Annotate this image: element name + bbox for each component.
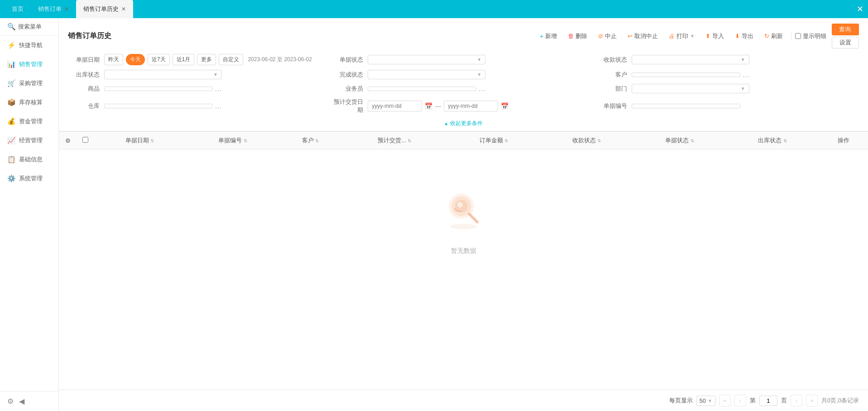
export-label: 导出: [742, 32, 753, 40]
th-order-status-sort: ⇅: [691, 138, 694, 143]
payment-status-label: 收款状态: [595, 56, 632, 64]
salesperson-input-area: …: [368, 85, 595, 93]
th-check[interactable]: [77, 132, 93, 150]
th-order-status[interactable]: 单据状态 ⇅: [633, 132, 726, 150]
tab-sales-order-history-close[interactable]: ✕: [121, 6, 126, 12]
cancel-stop-button[interactable]: ↩ 取消中止: [623, 30, 662, 43]
delivery-date-start-calendar[interactable]: 📅: [425, 102, 432, 110]
svg-line-4: [469, 214, 477, 222]
settings-button[interactable]: 设置: [832, 37, 859, 48]
delete-button[interactable]: 🗑 删除: [563, 30, 592, 43]
page-size-label: 每页显示: [669, 396, 693, 405]
first-page-button[interactable]: «: [719, 395, 731, 406]
sidebar-item-search-menu[interactable]: 🔍 搜索菜单: [0, 18, 58, 36]
stop-icon: ⊘: [598, 33, 603, 39]
refresh-button[interactable]: ↻ 刷新: [760, 30, 787, 43]
tab-sales-order-close[interactable]: ✕: [64, 6, 69, 12]
last-page-icon: »: [810, 397, 814, 404]
date-btn-today[interactable]: 今天: [126, 54, 145, 65]
completion-status-select[interactable]: ▼: [368, 70, 485, 79]
inventory-icon: 📦: [7, 98, 15, 106]
product-input[interactable]: [104, 87, 213, 91]
th-customer-label: 客户: [302, 137, 314, 144]
th-payment-status[interactable]: 收款状态 ⇅: [540, 132, 633, 150]
sidebar-item-capital-mgmt[interactable]: 💰 资金管理: [0, 112, 58, 131]
sidebar-item-business-mgmt[interactable]: 📈 经营管理: [0, 131, 58, 150]
department-select[interactable]: ▼: [632, 84, 749, 93]
order-number-input[interactable]: [632, 104, 740, 108]
filter-row-1: 单据日期 昨天 今天 近7天 近1月 更多 自定义 2023-06-02 至 2…: [68, 54, 859, 65]
customer-input[interactable]: [632, 73, 740, 77]
print-button[interactable]: 🖨 打印 ▼: [664, 30, 699, 43]
warehouse-dots[interactable]: …: [215, 102, 222, 110]
date-btn-more[interactable]: 更多: [197, 54, 216, 65]
product-dots[interactable]: …: [215, 85, 222, 93]
display-columns-input[interactable]: [795, 33, 801, 39]
order-status-select[interactable]: ▼: [368, 55, 485, 64]
salesperson-input[interactable]: [368, 87, 476, 91]
cancel-stop-label: 取消中止: [634, 32, 658, 40]
sidebar-item-inventory[interactable]: 📦 库存核算: [0, 93, 58, 112]
tab-sales-order[interactable]: 销售订单 ✕: [31, 0, 76, 18]
page-input[interactable]: [759, 396, 777, 406]
th-date[interactable]: 单据日期 ⇅: [93, 132, 186, 150]
date-btn-last7[interactable]: 近7天: [148, 54, 170, 65]
customer-dots[interactable]: …: [742, 71, 749, 79]
sidebar-item-search-menu-label: 搜索菜单: [18, 23, 42, 31]
warehouse-input[interactable]: [104, 104, 213, 108]
department-label: 部门: [595, 85, 632, 93]
salesperson-dots[interactable]: …: [478, 85, 485, 93]
th-gear[interactable]: ⚙: [59, 132, 77, 150]
prev-page-icon: ‹: [739, 397, 741, 404]
sidebar-settings-icon[interactable]: ⚙: [7, 397, 14, 406]
capital-mgmt-icon: 💰: [7, 117, 15, 126]
filter-order-status-col: 单据状态 ▼: [331, 55, 595, 64]
page-header: 销售订单历史 + 新增 🗑 删除 ⊘ 中止 ↩: [59, 18, 868, 131]
delivery-date-start[interactable]: [368, 101, 422, 111]
filter-row-2: 出库状态 ▼ 完成状态 ▼ 客户: [68, 70, 859, 79]
th-number[interactable]: 单据编号 ⇅: [186, 132, 279, 150]
next-page-button[interactable]: ›: [791, 395, 802, 406]
th-customer[interactable]: 客户 ⇅: [279, 132, 341, 150]
prev-page-button[interactable]: ‹: [734, 395, 746, 406]
date-btn-yesterday[interactable]: 昨天: [104, 54, 123, 65]
sidebar-item-sales-mgmt[interactable]: 📊 销售管理: [0, 55, 58, 74]
th-expected-delivery[interactable]: 预计交货... ⇅: [342, 132, 447, 150]
sidebar-collapse-icon[interactable]: ◀: [19, 397, 24, 406]
select-all-checkbox[interactable]: [82, 137, 88, 143]
sidebar-item-quick-nav-label: 快捷导航: [19, 41, 43, 49]
sidebar-item-basic-info[interactable]: 📋 基础信息: [0, 150, 58, 169]
export-button[interactable]: ⬇ 导出: [730, 30, 758, 43]
page-size-select[interactable]: 50 ▼: [696, 396, 715, 406]
th-amount[interactable]: 订单金额 ⇅: [447, 132, 540, 150]
collapse-bar[interactable]: ▲ 收起更多条件: [68, 118, 859, 129]
date-btn-custom[interactable]: 自定义: [219, 54, 243, 65]
delete-icon: 🗑: [568, 33, 574, 39]
payment-status-select[interactable]: ▼: [632, 55, 749, 64]
filter-date-col: 单据日期 昨天 今天 近7天 近1月 更多 自定义 2023-06-02 至 2…: [68, 54, 331, 65]
new-label: 新增: [545, 32, 557, 40]
empty-text: 暂无数据: [451, 247, 476, 255]
sidebar-item-system-mgmt[interactable]: ⚙️ 系统管理: [0, 169, 58, 188]
customer-filter-label: 客户: [595, 71, 632, 79]
new-button[interactable]: + 新增: [535, 30, 561, 43]
stop-button[interactable]: ⊘ 中止: [594, 30, 621, 43]
date-btn-last1month[interactable]: 近1月: [173, 54, 195, 65]
page-size-arrow: ▼: [708, 398, 712, 403]
delivery-status-select[interactable]: ▼: [104, 70, 222, 79]
delivery-date-end-calendar[interactable]: 📅: [501, 102, 508, 110]
query-button[interactable]: 查询: [832, 24, 859, 35]
tab-sales-order-history[interactable]: 销售订单历史 ✕: [76, 0, 133, 18]
display-columns-label: 显示明细: [803, 32, 826, 40]
sidebar-item-purchase-mgmt[interactable]: 🛒 采购管理: [0, 74, 58, 93]
delivery-date-end[interactable]: [444, 101, 498, 111]
window-close-icon[interactable]: ✕: [857, 4, 863, 14]
display-columns-checkbox[interactable]: 显示明细: [795, 32, 826, 40]
th-delivery-status-label: 出库状态: [758, 137, 782, 144]
sidebar-item-quick-nav[interactable]: ⚡ 快捷导航: [0, 36, 58, 55]
tab-home[interactable]: 首页: [5, 0, 31, 18]
th-delivery-status[interactable]: 出库状态 ⇅: [726, 132, 819, 150]
last-page-button[interactable]: »: [806, 395, 818, 406]
print-label: 打印: [676, 32, 688, 40]
import-button[interactable]: ⬆ 导入: [701, 30, 729, 43]
